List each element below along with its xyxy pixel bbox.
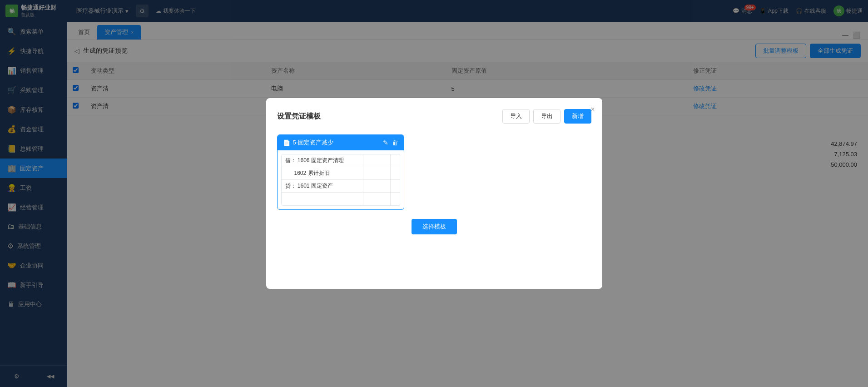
template-card-title: 5-固定资产减少 xyxy=(293,139,334,147)
modal-header-actions: 导入 导出 新增 xyxy=(502,109,591,124)
template-card-header: 📄 5-固定资产减少 ✎ 🗑 xyxy=(278,135,404,150)
new-template-button[interactable]: 新增 xyxy=(564,109,591,124)
entry-row: 借： 1606 固定资产清理 xyxy=(282,154,400,167)
entry-credit xyxy=(391,167,400,179)
modal-header: 设置凭证模板 导入 导出 新增 xyxy=(277,109,591,124)
template-delete-button[interactable]: 🗑 xyxy=(392,139,398,146)
entry-debit xyxy=(363,167,391,179)
template-card: 📄 5-固定资产减少 ✎ 🗑 借： 1606 固定资产清理 xyxy=(277,134,404,210)
entry-debit xyxy=(363,154,391,167)
entry-row-empty xyxy=(282,193,400,205)
entry-label xyxy=(282,193,363,205)
entry-label: 贷： 1601 固定资产 xyxy=(282,180,363,192)
template-card-actions: ✎ 🗑 xyxy=(383,139,398,146)
entry-credit xyxy=(391,154,400,167)
set-voucher-template-modal: 设置凭证模板 导入 导出 新增 × 📄 5-固定资产减少 ✎ 🗑 xyxy=(266,98,602,289)
entry-row: 1602 累计折旧 xyxy=(282,167,400,180)
entry-label: 1602 累计折旧 xyxy=(282,167,363,179)
import-button[interactable]: 导入 xyxy=(502,109,530,124)
entry-credit xyxy=(391,193,400,205)
select-template-button[interactable]: 选择模板 xyxy=(412,219,457,234)
template-doc-icon: 📄 xyxy=(283,139,290,146)
entry-label: 借： 1606 固定资产清理 xyxy=(282,154,363,167)
modal-close-button[interactable]: × xyxy=(590,105,595,114)
template-edit-button[interactable]: ✎ xyxy=(383,139,388,146)
modal-overlay: 设置凭证模板 导入 导出 新增 × 📄 5-固定资产减少 ✎ 🗑 xyxy=(0,0,868,387)
export-button[interactable]: 导出 xyxy=(533,109,560,124)
template-body: 借： 1606 固定资产清理 1602 累计折旧 贷： 1601 固定资产 xyxy=(278,150,404,209)
entry-debit xyxy=(363,180,391,192)
modal-title: 设置凭证模板 xyxy=(277,112,321,121)
template-entries: 借： 1606 固定资产清理 1602 累计折旧 贷： 1601 固定资产 xyxy=(281,154,400,206)
entry-credit xyxy=(391,180,400,192)
entry-debit xyxy=(363,193,391,205)
entry-row: 贷： 1601 固定资产 xyxy=(282,180,400,193)
